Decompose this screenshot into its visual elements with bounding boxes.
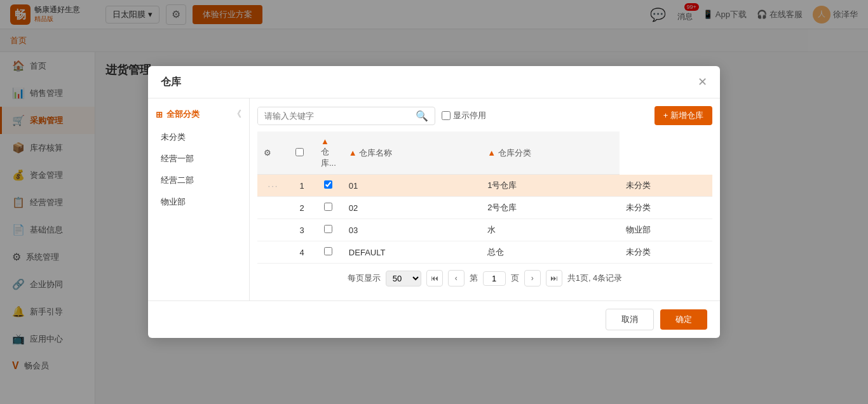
search-input[interactable] — [258, 107, 409, 125]
search-button[interactable]: 🔍 — [409, 110, 435, 122]
row-check-cell — [315, 219, 342, 241]
row-name: 水 — [481, 219, 620, 241]
table-row[interactable]: 2022号仓库未分类 — [257, 197, 712, 219]
category-label-dept2: 经营二部 — [161, 175, 194, 185]
row-num: 2 — [289, 197, 315, 219]
category-panel: ⊞ 全部分类 《 未分类 经营一部 经营二部 物业部 — [148, 98, 250, 300]
row-name: 总仓 — [481, 241, 620, 264]
show-disabled-text: 显示停用 — [453, 110, 486, 121]
table-row[interactable]: ···1011号仓库未分类 — [257, 175, 712, 197]
row-code: 01 — [342, 175, 481, 197]
modal-title: 仓库 — [161, 76, 181, 89]
pagination-bar: 每页显示 50 100 ⏮ ‹ 第 页 › ⏭ 共1页, 4条记录 — [257, 264, 712, 293]
th-code: ▲ 仓库... — [315, 131, 342, 175]
confirm-button[interactable]: 确定 — [660, 309, 707, 330]
category-label-property: 物业部 — [161, 197, 186, 206]
page-suffix: 页 — [511, 273, 519, 284]
row-check-cell — [315, 241, 342, 264]
close-icon[interactable]: ✕ — [698, 75, 707, 89]
collapse-icon[interactable]: 《 — [233, 109, 241, 120]
th-gear: ⚙ — [257, 131, 289, 175]
row-checkbox[interactable] — [324, 247, 332, 255]
table-toolbar: 🔍 显示停用 + 新增仓库 — [257, 106, 712, 125]
th-check — [289, 131, 315, 175]
th-name: ▲ 仓库名称 — [342, 131, 481, 175]
grid-icon: ⊞ — [156, 110, 163, 119]
category-item-unclassified[interactable]: 未分类 — [148, 126, 249, 148]
row-code: DEFAULT — [342, 241, 481, 264]
row-gear-cell — [257, 197, 289, 219]
row-code: 02 — [342, 197, 481, 219]
row-num: 3 — [289, 219, 315, 241]
modal-header: 仓库 ✕ — [148, 66, 720, 98]
first-page-btn[interactable]: ⏮ — [426, 270, 443, 286]
row-category: 未分类 — [620, 175, 712, 197]
page-input[interactable] — [483, 271, 506, 286]
row-num: 4 — [289, 241, 315, 264]
sort-icon: ▲ — [321, 137, 329, 146]
category-item-dept2[interactable]: 经营二部 — [148, 170, 249, 191]
page-label: 第 — [470, 273, 478, 284]
category-all-label: 全部分类 — [166, 109, 200, 120]
row-checkbox[interactable] — [324, 180, 332, 189]
table-panel: 🔍 显示停用 + 新增仓库 ⚙ — [250, 98, 720, 300]
settings-icon: ⚙ — [264, 148, 271, 158]
warehouse-modal: 仓库 ✕ ⊞ 全部分类 《 未分类 经营一部 — [148, 66, 720, 338]
row-gear-cell — [257, 219, 289, 241]
row-category: 未分类 — [620, 197, 712, 219]
category-label-unclassified: 未分类 — [161, 132, 186, 142]
th-category: ▲ 仓库分类 — [481, 131, 620, 175]
show-disabled-checkbox[interactable] — [442, 111, 451, 120]
category-item-dept1[interactable]: 经营一部 — [148, 148, 249, 170]
select-all-checkbox[interactable] — [295, 148, 304, 156]
row-checkbox[interactable] — [324, 203, 332, 211]
next-page-btn[interactable]: › — [524, 270, 541, 286]
modal-overlay: 仓库 ✕ ⊞ 全部分类 《 未分类 经营一部 — [0, 0, 868, 404]
per-page-label: 每页显示 — [348, 273, 381, 284]
warehouse-table-body: ···1011号仓库未分类2022号仓库未分类303水物业部4DEFAULT总仓… — [257, 175, 712, 264]
row-name: 2号仓库 — [481, 197, 620, 219]
category-header: ⊞ 全部分类 《 — [148, 105, 249, 126]
table-row[interactable]: 303水物业部 — [257, 219, 712, 241]
prev-page-btn[interactable]: ‹ — [448, 270, 465, 286]
sort-icon-name: ▲ — [349, 148, 357, 158]
show-disabled-label[interactable]: 显示停用 — [442, 110, 486, 121]
modal-footer: 取消 确定 — [148, 300, 720, 338]
per-page-select[interactable]: 50 100 — [386, 271, 421, 286]
sort-icon-cat: ▲ — [487, 148, 496, 158]
row-check-cell — [315, 175, 342, 197]
row-checkbox[interactable] — [324, 225, 332, 233]
table-scroll-area: ⚙ ▲ 仓库... ▲ — [257, 131, 712, 264]
row-name: 1号仓库 — [481, 175, 620, 197]
table-row[interactable]: 4DEFAULT总仓未分类 — [257, 241, 712, 264]
last-page-btn[interactable]: ⏭ — [546, 270, 562, 286]
warehouse-table: ⚙ ▲ 仓库... ▲ — [257, 131, 712, 264]
row-gear-cell: ··· — [257, 175, 289, 197]
row-check-cell — [315, 197, 342, 219]
modal-body: ⊞ 全部分类 《 未分类 经营一部 经营二部 物业部 — [148, 98, 720, 300]
category-item-property[interactable]: 物业部 — [148, 191, 249, 213]
row-category: 物业部 — [620, 219, 712, 241]
cancel-button[interactable]: 取消 — [606, 309, 654, 330]
search-input-wrap: 🔍 — [257, 107, 435, 125]
row-more-icon: ··· — [268, 181, 279, 191]
row-gear-cell — [257, 241, 289, 264]
total-info: 共1页, 4条记录 — [567, 273, 623, 284]
row-num: 1 — [289, 175, 315, 197]
category-all[interactable]: ⊞ 全部分类 — [156, 109, 200, 120]
row-code: 03 — [342, 219, 481, 241]
add-warehouse-button[interactable]: + 新增仓库 — [654, 106, 712, 125]
table-header-row: ⚙ ▲ 仓库... ▲ — [257, 131, 712, 175]
row-category: 未分类 — [620, 241, 712, 264]
category-label-dept1: 经营一部 — [161, 154, 194, 163]
